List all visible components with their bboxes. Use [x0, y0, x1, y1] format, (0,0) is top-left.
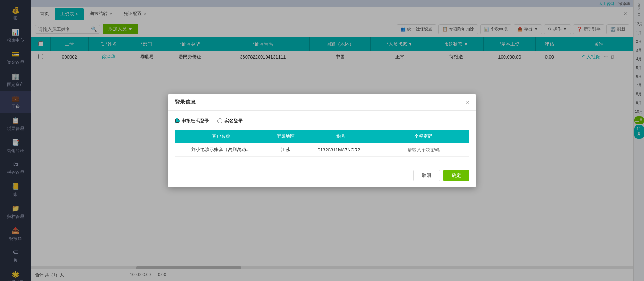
dialog-header-region: 所属地区 [267, 130, 304, 143]
cancel-button[interactable]: 取消 [413, 170, 440, 181]
dialog-header: 登录信息 × [168, 94, 476, 111]
dialog-row-password[interactable] [378, 143, 469, 157]
login-dialog: 登录信息 × 申报密码登录 实名登录 [168, 94, 476, 187]
radio-realname-label: 实名登录 [224, 118, 243, 124]
radio-realname-input[interactable] [217, 118, 222, 123]
dialog-header-client: 客户名称 [175, 130, 267, 143]
dialog-footer: 取消 确定 [168, 164, 476, 187]
dialog-title: 登录信息 [175, 99, 196, 105]
radio-password-label: 申报密码登录 [182, 118, 209, 124]
radio-password-input[interactable] [175, 118, 180, 123]
radio-realname-login[interactable]: 实名登录 [217, 118, 243, 124]
dialog-row-client: 刘小艳演示账套（勿删勿动.... [175, 143, 267, 157]
dialog-table-row: 刘小艳演示账套（勿删勿动.... 江苏 91320811MA7NGR2... [175, 143, 469, 157]
dialog-row-region: 江苏 [267, 143, 304, 157]
dialog-row-taxno: 91320811MA7NGR2... [304, 143, 378, 157]
radio-password-login[interactable]: 申报密码登录 [175, 118, 209, 124]
app-container: 💰 账 📊 报表中心 💳 资金管理 🏢 固定资产 💼 工资 📋 税票管理 📑 销… [0, 0, 644, 281]
dialog-header-taxno: 税号 [304, 130, 378, 143]
client-table: 客户名称 所属地区 税号 个税密码 刘小艳演示账套（勿删勿动.... 江苏 91… [175, 130, 469, 157]
confirm-button[interactable]: 确定 [443, 170, 469, 181]
dialog-header-password: 个税密码 [378, 130, 469, 143]
dialog-close-button[interactable]: × [465, 99, 469, 105]
dialog-body: 申报密码登录 实名登录 客户名称 所属地区 税号 个税密码 [168, 111, 476, 164]
modal-overlay: 登录信息 × 申报密码登录 实名登录 [0, 0, 644, 281]
login-type-radio-group: 申报密码登录 实名登录 [175, 118, 469, 124]
tax-password-input[interactable] [382, 147, 465, 152]
